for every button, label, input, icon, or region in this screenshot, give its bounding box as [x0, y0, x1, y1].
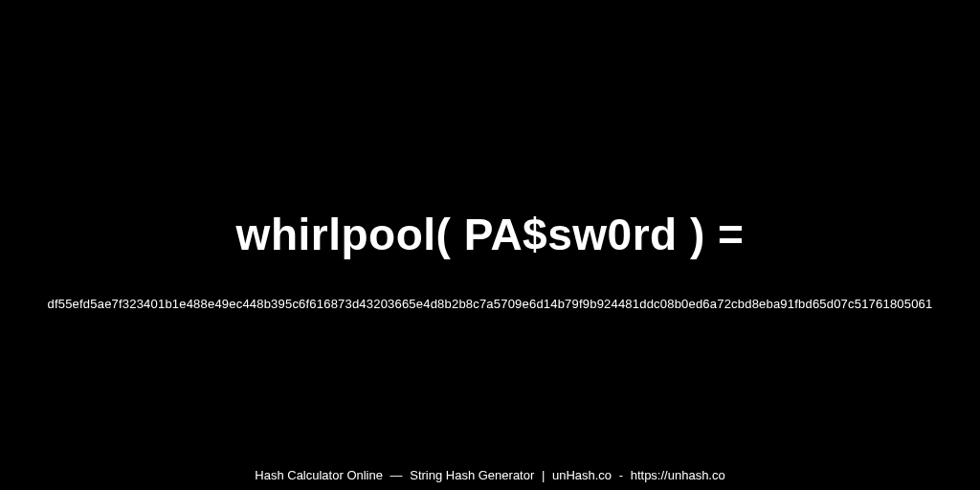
footer-text-calculator: Hash Calculator Online	[255, 468, 383, 482]
main-content: whirlpool( PA$sw0rd ) = df55efd5ae7f3234…	[0, 209, 980, 311]
footer-text-generator: String Hash Generator	[410, 468, 534, 482]
footer: Hash Calculator Online — String Hash Gen…	[0, 468, 980, 482]
footer-separator-dash: —	[390, 468, 403, 482]
footer-site-url: https://unhash.co	[631, 468, 725, 482]
footer-site-name: unHash.co	[552, 468, 612, 482]
hash-expression-heading: whirlpool( PA$sw0rd ) =	[236, 209, 745, 260]
hash-output-value: df55efd5ae7f323401b1e488e49ec448b395c6f6…	[48, 297, 933, 311]
footer-separator-pipe: |	[542, 468, 545, 482]
footer-separator-hyphen: -	[619, 468, 623, 482]
